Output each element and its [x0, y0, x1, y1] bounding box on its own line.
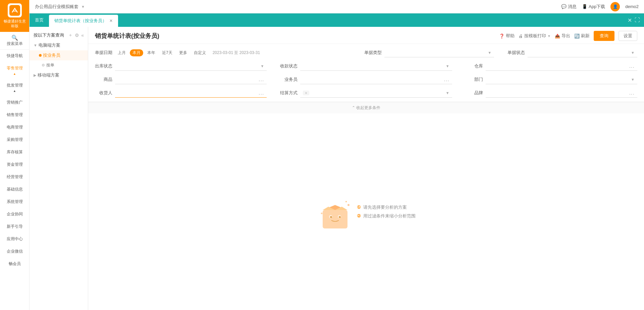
- tab-close-icon[interactable]: ✕: [109, 18, 113, 23]
- settlement-control[interactable]: × ▼: [300, 88, 452, 98]
- sidebar-item-purchase[interactable]: 采购管理: [0, 134, 29, 146]
- custom-btn[interactable]: 自定义: [191, 49, 209, 56]
- retail-arrow: ▲: [13, 72, 16, 75]
- collapse-icon: ⌃: [352, 105, 356, 110]
- settlement-tag-close[interactable]: ×: [305, 91, 307, 95]
- warehouse-control[interactable]: ...: [486, 61, 637, 71]
- sidebar-item-finance[interactable]: 资金管理: [0, 158, 29, 171]
- empty-tip-1: ① 请先选择要分析的方案: [357, 203, 416, 212]
- help-button[interactable]: ❓ 帮助: [499, 33, 515, 39]
- apps-label: 应用中心: [1, 236, 28, 242]
- refresh-button[interactable]: 🔄 刷新: [574, 33, 590, 39]
- doc-status-control[interactable]: ▼: [528, 48, 637, 57]
- by-order-item[interactable]: ⚙ 按单: [30, 60, 88, 70]
- print-caret: ▼: [547, 34, 551, 38]
- warehouse-dots[interactable]: ...: [629, 63, 635, 69]
- top-header: 办公用品行业模拟账套 ▼ 💬 消息 📱 App下载 👤 demo2: [30, 0, 644, 13]
- finance-label: 资金管理: [1, 162, 28, 167]
- sidebar-item-wechat[interactable]: 企业微信: [0, 245, 29, 258]
- sidebar-item-sales[interactable]: 销售管理: [0, 109, 29, 121]
- panel-title: 按以下方案查询: [34, 32, 64, 38]
- panel-settings-icon[interactable]: ⚙: [75, 33, 79, 38]
- sidebar-item-operations[interactable]: 经营管理: [0, 171, 29, 183]
- message-button[interactable]: 💬 消息: [561, 4, 577, 10]
- product-control[interactable]: ...: [115, 75, 267, 84]
- department-control[interactable]: ▼: [486, 75, 637, 84]
- sales-stat-tab-label: 销货单统计表（按业务员）: [54, 18, 107, 24]
- sidebar-item-marketing[interactable]: 营销推广: [0, 96, 29, 109]
- out-status-chevron: ▼: [260, 64, 264, 68]
- username-label[interactable]: demo2: [625, 4, 639, 9]
- salesperson-dots[interactable]: ...: [444, 76, 449, 83]
- sidebar-item-enterprise[interactable]: 企业协同: [0, 208, 29, 220]
- content-area: 按以下方案查询 ＋ ⚙ « ▼ 电脑端方案 按业务员 ⚙ 按单: [30, 27, 644, 310]
- more-btn[interactable]: 更多: [176, 49, 190, 56]
- salesperson-control[interactable]: ...: [300, 75, 452, 84]
- out-status-control[interactable]: ▼: [115, 61, 267, 71]
- recipient-control[interactable]: ...: [115, 88, 267, 98]
- sidebar-search[interactable]: 🔍 搜索菜单: [0, 32, 29, 50]
- payment-status-control[interactable]: ▼: [300, 61, 452, 71]
- tab-sales-stat[interactable]: 销货单统计表（按业务员） ✕: [49, 15, 118, 27]
- print-label: 按模板打印: [524, 33, 546, 39]
- out-status-label: 出库状态: [95, 63, 115, 69]
- filter-area: 单据日期 上月 本月 本年 近7天 更多 自定义 2023-03-01 至 20…: [88, 44, 644, 102]
- sidebar-item-ecommerce[interactable]: 电商管理: [0, 121, 29, 134]
- export-button[interactable]: 📤 导出: [555, 33, 570, 39]
- last-month-btn[interactable]: 上月: [115, 49, 128, 56]
- settlement-chevron: ▼: [446, 91, 449, 95]
- wechat-label: 企业微信: [1, 249, 28, 254]
- recipient-dots[interactable]: ...: [259, 90, 264, 96]
- user-avatar[interactable]: 👤: [610, 2, 620, 11]
- settings-button[interactable]: 设置: [619, 31, 637, 41]
- mobile-section-label: 移动端方案: [38, 72, 59, 78]
- sidebar-item-retail[interactable]: 零售管理 ▲: [0, 62, 29, 79]
- help-icon: ❓: [499, 34, 504, 39]
- by-salesperson-item[interactable]: 按业务员: [30, 50, 88, 60]
- app-dropdown-label: 办公用品行业模拟账套: [35, 4, 78, 10]
- empty-icon: [317, 195, 350, 228]
- query-button[interactable]: 查询: [594, 31, 614, 41]
- by-order-label: 按单: [46, 62, 54, 68]
- sidebar-item-system[interactable]: 系统管理: [0, 196, 29, 208]
- collapse-label: 收起更多条件: [356, 105, 380, 110]
- brand-dots[interactable]: ...: [629, 90, 635, 96]
- panel-header-icons: ＋ ⚙ «: [68, 32, 84, 38]
- payment-status-chevron: ▼: [446, 64, 449, 68]
- sales-label: 销售管理: [1, 112, 28, 118]
- sidebar-item-inventory[interactable]: 库存核算: [0, 146, 29, 158]
- sidebar-item-wholesale[interactable]: 批发管理 ▲: [0, 79, 29, 96]
- recipient-item: 收货人 ...: [95, 88, 267, 98]
- panel-add-icon[interactable]: ＋: [68, 32, 73, 38]
- collapse-bar[interactable]: ⌃ 收起更多条件: [88, 102, 644, 113]
- app-dropdown-arrow[interactable]: ▼: [81, 5, 85, 9]
- shortcut-nav[interactable]: 快捷导航: [0, 50, 29, 62]
- sidebar-item-apps[interactable]: 应用中心: [0, 233, 29, 245]
- filter-date-row: 单据日期 上月 本月 本年 近7天 更多 自定义 2023-03-01 至 20…: [95, 48, 637, 57]
- tab-close-all-icon[interactable]: ✕: [628, 17, 632, 23]
- app-download-button[interactable]: 📱 App下载: [582, 4, 605, 10]
- header-left: 办公用品行业模拟账套 ▼: [35, 4, 85, 10]
- panel-collapse-icon[interactable]: «: [81, 33, 84, 38]
- department-chevron: ▼: [631, 78, 635, 82]
- sidebar-item-newbie[interactable]: 新手引导: [0, 220, 29, 233]
- this-month-btn[interactable]: 本月: [130, 49, 143, 56]
- print-button[interactable]: 🖨 按模板打印 ▼: [519, 33, 551, 39]
- desktop-section-header[interactable]: ▼ 电脑端方案: [30, 40, 88, 50]
- product-dots[interactable]: ...: [259, 76, 264, 83]
- this-year-btn[interactable]: 本年: [145, 49, 158, 56]
- svg-point-7: [321, 213, 322, 214]
- print-icon: 🖨: [519, 34, 523, 39]
- brand-item: 品牌 ...: [466, 88, 637, 98]
- sidebar-item-member[interactable]: 畅会员: [0, 258, 29, 270]
- header-right: 💬 消息 📱 App下载 👤 demo2: [561, 2, 639, 11]
- sidebar-item-basic[interactable]: 基础信息: [0, 183, 29, 196]
- brand-control[interactable]: ...: [486, 88, 637, 98]
- doc-type-control[interactable]: ▼: [384, 48, 494, 57]
- mobile-section-header[interactable]: ▶ 移动端方案: [30, 70, 88, 80]
- tab-expand-icon[interactable]: ⛶: [635, 17, 640, 23]
- last-7days-btn[interactable]: 近7天: [159, 49, 175, 56]
- tab-home[interactable]: 首页: [30, 13, 49, 27]
- wholesale-arrow: ▲: [13, 89, 16, 93]
- logo-icon: [8, 3, 22, 17]
